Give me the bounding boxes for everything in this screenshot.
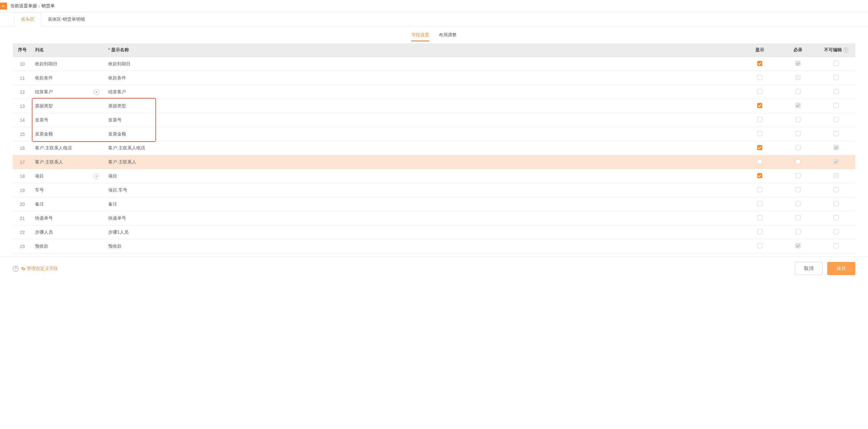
row-display-name[interactable]: 客户.主联系人电话 bbox=[105, 141, 741, 155]
row-display-name[interactable]: 发票号 bbox=[105, 113, 741, 127]
checkbox-noneditable[interactable] bbox=[834, 243, 839, 248]
row-name: 发票号 bbox=[32, 113, 105, 127]
sub-tabs: 字段设置布局调整 bbox=[0, 26, 868, 44]
checkbox-noneditable[interactable] bbox=[834, 131, 839, 136]
cell-required bbox=[779, 225, 817, 239]
chevron-double-right-icon bbox=[2, 4, 5, 8]
plus-icon[interactable]: + bbox=[94, 89, 99, 95]
row-display-name[interactable]: 收款条件 bbox=[105, 71, 741, 85]
checkbox-noneditable bbox=[834, 159, 839, 164]
row-name: 车号 bbox=[32, 183, 105, 197]
checkbox-show[interactable] bbox=[757, 131, 762, 136]
table-row: 13票据类型票据类型 bbox=[13, 99, 855, 113]
cell-show bbox=[741, 127, 779, 141]
table-row: 18项目+项目 bbox=[13, 169, 855, 183]
row-display-name[interactable]: 备注 bbox=[105, 197, 741, 211]
field-table: 序号 列名 *显示名称 显示 必录 不可编辑? 10收款到期日收款到期日11收款… bbox=[13, 44, 855, 253]
col-header-required: 必录 bbox=[779, 44, 817, 57]
row-seq: 19 bbox=[13, 183, 32, 197]
tab-0[interactable]: 表头区 bbox=[14, 12, 41, 26]
table-row: 12结算客户+结算客户 bbox=[13, 85, 855, 99]
row-display-name[interactable]: 收款到期日 bbox=[105, 57, 741, 71]
cell-show bbox=[741, 57, 779, 71]
plus-icon[interactable]: + bbox=[94, 173, 99, 179]
cell-required bbox=[779, 99, 817, 113]
checkbox-required[interactable] bbox=[796, 117, 801, 122]
checkbox-noneditable[interactable] bbox=[834, 215, 839, 220]
row-display-name[interactable]: 结算客户 bbox=[105, 85, 741, 99]
checkbox-required[interactable] bbox=[796, 145, 801, 150]
checkbox-show[interactable] bbox=[757, 61, 762, 66]
checkbox-noneditable[interactable] bbox=[834, 229, 839, 234]
checkbox-required[interactable] bbox=[796, 187, 801, 192]
checkbox-required[interactable] bbox=[796, 201, 801, 206]
checkbox-required[interactable] bbox=[796, 89, 801, 94]
row-display-name[interactable]: 步骤1人员 bbox=[105, 225, 741, 239]
cell-noneditable bbox=[817, 197, 855, 211]
row-seq: 17 bbox=[13, 155, 32, 169]
tab-1[interactable]: 表体区-销货单明细 bbox=[41, 12, 92, 26]
table-row: 21快递单号快递单号 bbox=[13, 211, 855, 225]
row-display-name[interactable]: 发票金额 bbox=[105, 127, 741, 141]
checkbox-required[interactable] bbox=[796, 229, 801, 234]
table-row: 23预收款预收款 bbox=[13, 239, 855, 253]
checkbox-show[interactable] bbox=[757, 145, 762, 150]
checkbox-show[interactable] bbox=[757, 75, 762, 80]
cell-show bbox=[741, 239, 779, 253]
checkbox-show[interactable] bbox=[757, 229, 762, 234]
cell-noneditable bbox=[817, 141, 855, 155]
checkbox-noneditable[interactable] bbox=[834, 117, 839, 122]
checkbox-noneditable[interactable] bbox=[834, 61, 839, 66]
row-display-name[interactable]: 票据类型 bbox=[105, 99, 741, 113]
checkbox-show[interactable] bbox=[757, 89, 762, 94]
checkbox-noneditable[interactable] bbox=[834, 187, 839, 192]
row-display-name[interactable]: 快递单号 bbox=[105, 211, 741, 225]
checkbox-show[interactable] bbox=[757, 173, 762, 178]
sub-tab-1[interactable]: 布局调整 bbox=[439, 32, 457, 41]
cell-required bbox=[779, 197, 817, 211]
expand-toggle[interactable] bbox=[0, 3, 7, 9]
col-header-display-name-text: 显示名称 bbox=[111, 47, 129, 52]
checkbox-show[interactable] bbox=[757, 187, 762, 192]
checkbox-show[interactable] bbox=[757, 201, 762, 206]
cell-show bbox=[741, 225, 779, 239]
checkbox-show[interactable] bbox=[757, 117, 762, 122]
row-display-name[interactable]: 客户.主联系人 bbox=[105, 155, 741, 169]
table-row: 11收款条件收款条件 bbox=[13, 71, 855, 85]
cell-noneditable bbox=[817, 85, 855, 99]
help-icon[interactable]: ? bbox=[13, 266, 19, 271]
table-row: 14发票号发票号 bbox=[13, 113, 855, 127]
save-button[interactable]: 保存 bbox=[827, 262, 855, 275]
cell-noneditable bbox=[817, 155, 855, 169]
cell-required bbox=[779, 183, 817, 197]
checkbox-required[interactable] bbox=[796, 159, 801, 164]
cell-show bbox=[741, 71, 779, 85]
row-display-name[interactable]: 项目 bbox=[105, 169, 741, 183]
row-name: 步骤人员 bbox=[32, 225, 105, 239]
checkbox-noneditable[interactable] bbox=[834, 201, 839, 206]
help-icon[interactable]: ? bbox=[843, 48, 848, 53]
cell-required bbox=[779, 169, 817, 183]
checkbox-show[interactable] bbox=[757, 215, 762, 220]
table-row: 20备注备注 bbox=[13, 197, 855, 211]
cell-show bbox=[741, 99, 779, 113]
manage-custom-fields-link[interactable]: 管理自定义字段 bbox=[21, 266, 58, 271]
row-name: 结算客户+ bbox=[32, 85, 105, 99]
row-seq: 23 bbox=[13, 239, 32, 253]
checkbox-required[interactable] bbox=[796, 173, 801, 178]
cancel-button[interactable]: 取消 bbox=[795, 262, 823, 275]
checkbox-show[interactable] bbox=[757, 243, 762, 248]
checkbox-noneditable[interactable] bbox=[834, 89, 839, 94]
row-display-name[interactable]: 项目.车号 bbox=[105, 183, 741, 197]
checkbox-noneditable[interactable] bbox=[834, 103, 839, 108]
checkbox-noneditable[interactable] bbox=[834, 75, 839, 80]
col-header-noneditable-text: 不可编辑 bbox=[824, 47, 842, 52]
checkbox-required[interactable] bbox=[796, 215, 801, 220]
checkbox-show[interactable] bbox=[757, 103, 762, 108]
footer-right: 取消 保存 bbox=[795, 262, 855, 275]
checkbox-required[interactable] bbox=[796, 131, 801, 136]
cell-noneditable bbox=[817, 127, 855, 141]
row-display-name[interactable]: 预收款 bbox=[105, 239, 741, 253]
sub-tab-0[interactable]: 字段设置 bbox=[411, 32, 429, 41]
checkbox-show[interactable] bbox=[757, 159, 762, 164]
